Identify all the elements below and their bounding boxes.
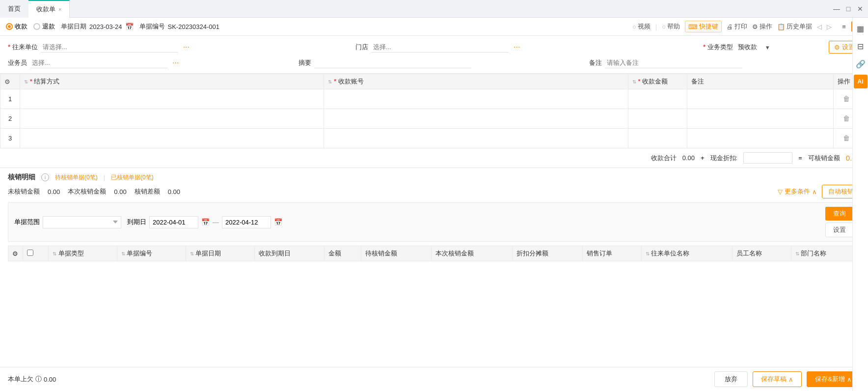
verify-title: 核销明细 — [8, 173, 35, 182]
discard-button[interactable]: 放弃 — [714, 371, 748, 387]
col-sales-order: 销售订单 — [582, 246, 641, 261]
range-label: 单据范围 — [14, 218, 40, 226]
date-from-input[interactable] — [149, 216, 198, 228]
tab-bar: 首页 收款单 × — □ ✕ — [0, 0, 868, 18]
row-2-account[interactable] — [324, 109, 628, 129]
col-doc-type: ⇅ 单据类型 — [49, 246, 117, 261]
prev-btn[interactable]: ◁ — [817, 23, 822, 30]
query-button[interactable]: 查询 — [825, 207, 854, 221]
row-3-account[interactable] — [324, 129, 628, 148]
biz-type-label: 业务类型 — [703, 43, 733, 52]
close-window-button[interactable]: ✕ — [856, 5, 864, 13]
summary-input[interactable] — [314, 57, 471, 68]
date-field: 单据日期 2023-03-24 📅 — [61, 22, 134, 31]
radio-receive-dot — [6, 23, 13, 30]
sidebar-table-icon[interactable]: ▦ — [854, 22, 868, 35]
history-btn[interactable]: 📋 历史单据 — [777, 22, 812, 31]
right-sidebar: ▦ ⊟ 🔗 Ai — [852, 18, 868, 391]
verify-section: 核销明细 i 待核销单据(0笔) | 已核销单据(0笔) 未核销金额 0.00 … — [0, 168, 868, 367]
tab-close-icon[interactable]: × — [58, 6, 61, 12]
tab-divider: | — [104, 174, 105, 181]
date-to-icon[interactable]: 📅 — [274, 218, 282, 226]
info-icon[interactable]: ⓘ — [35, 375, 42, 384]
current-verify-value: 0.00 — [114, 188, 126, 196]
col-amount: 金额 — [325, 246, 361, 261]
footer-info: 本单上欠 ⓘ 0.00 — [8, 375, 56, 384]
equals-sign: = — [798, 154, 802, 162]
row-3-amount[interactable] — [628, 129, 687, 148]
date-to-input[interactable] — [222, 216, 271, 228]
staff-more-btn[interactable]: ··· — [170, 58, 181, 67]
help-btn[interactable]: ○ 帮助 — [662, 22, 680, 31]
note-input[interactable] — [605, 57, 742, 68]
form-row-1: 往来单位 ··· 门店 ··· 业务类型 预收款 ▾ ⚙ 设置 — [8, 41, 860, 54]
col-staff-name: 员工名称 — [732, 246, 791, 261]
store-input[interactable] — [371, 42, 509, 53]
list-view-btn[interactable]: ≡ — [839, 21, 849, 32]
filter-settings-button[interactable]: 设置 — [825, 223, 854, 237]
operation-icon: ⚙ — [752, 23, 758, 30]
range-select[interactable] — [43, 216, 121, 228]
checkbox-col-header: ⚙ — [8, 246, 23, 261]
staff-input[interactable] — [30, 57, 167, 68]
row-num-3: 3 — [0, 129, 20, 148]
staff-label: 业务员 — [8, 58, 27, 67]
row-1-note[interactable] — [687, 89, 833, 109]
biz-type-dropdown[interactable]: ▾ — [764, 44, 771, 51]
table2-settings-icon[interactable]: ⚙ — [12, 250, 18, 257]
counterpart-input[interactable] — [41, 42, 178, 53]
table-settings-icon[interactable]: ⚙ — [4, 78, 10, 85]
sidebar-link-icon[interactable]: 🔗 — [854, 57, 868, 71]
more-conditions-btn[interactable]: ▽ 更多条件 ∧ — [778, 187, 817, 196]
counterpart-more-btn[interactable]: ··· — [181, 43, 191, 52]
date-from-icon[interactable]: 📅 — [201, 218, 210, 226]
summary-field: 摘要 — [298, 57, 570, 68]
filter-buttons: 查询 设置 — [825, 207, 854, 237]
video-btn[interactable]: ○ 视频 — [632, 22, 651, 31]
store-more-btn[interactable]: ··· — [512, 43, 522, 52]
checkbox-select-all[interactable] — [23, 246, 49, 261]
sidebar-list-icon[interactable]: ⊟ — [854, 39, 868, 53]
pending-tab[interactable]: 待核销单据(0笔) — [55, 173, 98, 182]
radio-refund[interactable]: 退款 — [33, 22, 55, 31]
operation-btn[interactable]: ⚙ 操作 — [752, 22, 772, 31]
row-1-amount[interactable] — [628, 89, 687, 109]
maximize-button[interactable]: □ — [844, 5, 852, 13]
form-row-2: 业务员 ··· 摘要 备注 — [8, 57, 860, 68]
row-1-settle[interactable] — [20, 89, 324, 109]
save-draft-button[interactable]: 保存草稿 ∧ — [753, 371, 802, 387]
shortcut-btn[interactable]: ⌨ 快捷键 — [685, 21, 722, 32]
tab-current[interactable]: 收款单 × — [28, 0, 70, 18]
radio-receive[interactable]: 收款 — [6, 22, 27, 31]
more-conditions-label: 更多条件 — [785, 187, 810, 196]
verify-info-icon[interactable]: i — [41, 173, 49, 181]
row-3-settle[interactable] — [20, 129, 324, 148]
minimize-button[interactable]: — — [833, 5, 841, 13]
row-2-note[interactable] — [687, 109, 833, 129]
print-btn[interactable]: 🖨 打印 — [727, 22, 747, 31]
calendar-icon[interactable]: 📅 — [125, 23, 134, 30]
form-section: 往来单位 ··· 门店 ··· 业务类型 预收款 ▾ ⚙ 设置 — [0, 36, 868, 74]
tab-home[interactable]: 首页 — [0, 0, 28, 18]
row-2-amount[interactable] — [628, 109, 687, 129]
date-label: 单据日期 — [61, 22, 86, 31]
select-all-checkbox[interactable] — [27, 250, 33, 256]
note-field: 备注 — [589, 57, 860, 68]
col-dept-name: ⇅ 部门名称 — [791, 246, 860, 261]
row-1-account[interactable] — [324, 89, 628, 109]
done-tab[interactable]: 已核销单据(0笔) — [111, 173, 154, 182]
sidebar-ai-icon[interactable]: Ai — [854, 75, 868, 88]
current-debt-value: 0.00 — [44, 376, 56, 383]
discount-input[interactable] — [743, 152, 792, 164]
row-1-delete-btn[interactable]: 🗑 — [843, 95, 850, 103]
row-3-delete-btn[interactable]: 🗑 — [843, 134, 850, 142]
date-range-separator: — — [213, 219, 219, 226]
row-2-settle[interactable] — [20, 109, 324, 129]
payment-type-group: 收款 退款 — [6, 22, 55, 31]
next-btn[interactable]: ▷ — [827, 23, 832, 30]
verify-label: 可核销金额 — [808, 154, 840, 163]
gear-icon: ⚙ — [834, 44, 840, 51]
row-3-note[interactable] — [687, 129, 833, 148]
row-2-delete-btn[interactable]: 🗑 — [843, 114, 850, 122]
table-row: 1 🗑 ⧉ — [0, 89, 868, 109]
